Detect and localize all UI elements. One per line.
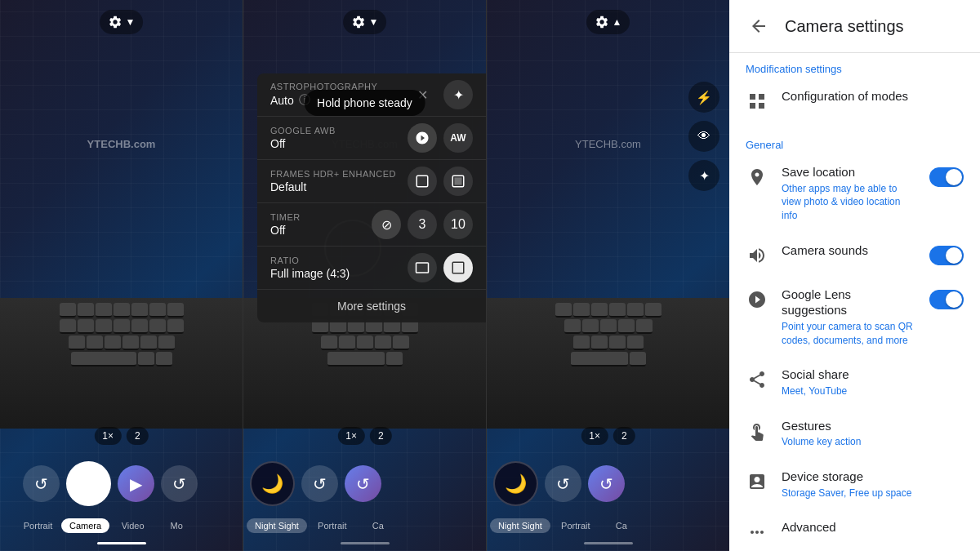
social-share-title: Social share (782, 367, 964, 383)
location-icon (746, 166, 768, 189)
social-share-subtitle: Meet, YouTube (782, 384, 964, 398)
label-camera-1[interactable]: Camera (61, 518, 109, 533)
config-modes-title: Configuration of modes (782, 88, 964, 104)
label-ca-3[interactable]: Ca (601, 521, 642, 531)
label-mo-1[interactable]: Mo (156, 521, 197, 531)
watermark-1: YTECHB.com (87, 138, 156, 150)
label-night-2[interactable]: Night Sight (247, 518, 307, 533)
more-settings-btn[interactable]: More settings (257, 290, 486, 322)
storage-icon (746, 470, 768, 493)
settings-btn-3[interactable]: ▲ (586, 10, 630, 34)
mode-icon-night-2[interactable]: 🌙 (250, 461, 295, 506)
awb-icon-2[interactable]: AW (443, 123, 473, 153)
zoom-2-3[interactable]: 2 (613, 427, 635, 445)
camera-panel-2: YTECHB.com Hold phone steady ▼ Astrophot… (243, 0, 487, 551)
label-night-3[interactable]: Night Sight (490, 518, 550, 533)
mode-icon-camera-1[interactable] (66, 461, 111, 506)
item-save-location[interactable]: Save location Other apps may be able to … (729, 154, 980, 233)
dropdown-awb-row: GOOGLE AWB Off AW (257, 117, 486, 160)
item-device-storage[interactable]: Device storage Storage Saver, Free up sp… (729, 459, 980, 509)
dropdown-ratio-row: Ratio Full image (4:3) (257, 247, 486, 290)
dropdown-timer-row: Timer Off ⊘ 3 10 (257, 203, 486, 247)
mode-icon-ca-2[interactable]: ↺ (345, 465, 381, 502)
cam-icon-flash-3[interactable]: ⚡ (688, 82, 719, 113)
zoom-1x-1[interactable]: 1× (94, 427, 122, 445)
mode-icon-night-3[interactable]: 🌙 (493, 461, 538, 506)
gestures-icon (746, 420, 768, 442)
zoom-1[interactable]: 1× 2 (94, 427, 148, 445)
svg-rect-4 (452, 262, 464, 273)
ratio-icon-1[interactable] (408, 253, 437, 282)
camera-sounds-title: Camera sounds (782, 242, 916, 259)
timer-icon-3[interactable]: 10 (443, 210, 473, 239)
frames-label: Frames HDR+ Enhanced (270, 169, 408, 179)
astro-icon-2[interactable]: ✦ (443, 80, 473, 109)
zoom-2-1[interactable]: 2 (127, 427, 149, 445)
label-video-1[interactable]: Video (114, 521, 151, 531)
cam-icon-star-3[interactable]: ✦ (688, 160, 719, 191)
frames-icon-1[interactable] (408, 167, 437, 196)
google-lens-toggle[interactable] (929, 290, 964, 309)
mode-icon-portrait-3[interactable]: ↺ (545, 465, 581, 502)
camera-panel-1: YTECHB.com ▼ 1× 2 ↺ ▶ ↺ (0, 0, 243, 551)
advanced-title: Advanced (782, 519, 964, 535)
astro-value: Auto (270, 94, 294, 107)
ratio-icon-2[interactable] (443, 253, 473, 282)
mode-icon-ca-3[interactable]: ↺ (588, 465, 625, 502)
zoom-2-2[interactable]: 2 (370, 427, 392, 445)
gestures-subtitle: Volume key action (782, 435, 964, 449)
section-general: General (729, 129, 980, 154)
mode-icon-video-1[interactable]: ▶ (118, 465, 154, 502)
camera-sounds-toggle[interactable] (929, 246, 964, 265)
zoom-1x-3[interactable]: 1× (581, 427, 608, 445)
mode-icon-portrait-1[interactable]: ↺ (23, 465, 60, 502)
zoom-1x-2[interactable]: 1× (337, 427, 365, 445)
dots-icon (746, 521, 768, 544)
camera-panels: YTECHB.com ▼ 1× 2 ↺ ▶ ↺ (0, 0, 729, 551)
watermark-3: YTECHB.com (575, 138, 641, 150)
zoom-2[interactable]: 1× 2 (337, 427, 391, 445)
timer-icon-2[interactable]: 3 (408, 210, 437, 239)
item-config-modes[interactable]: Configuration of modes (729, 78, 980, 122)
label-ca-2[interactable]: Ca (358, 521, 399, 531)
awb-value: Off (270, 137, 408, 150)
timer-value: Off (270, 224, 372, 237)
camera-panel-3: YTECHB.com ▲ ⚡ 👁 ✦ 1× 2 (487, 0, 729, 551)
section-modification: Modification settings (729, 53, 980, 78)
settings-title: Camera settings (785, 17, 904, 36)
save-location-subtitle: Other apps may be able to view photo & v… (782, 182, 916, 223)
save-location-title: Save location (782, 164, 916, 180)
label-portrait-2[interactable]: Portrait (312, 521, 353, 531)
zoom-3[interactable]: 1× 2 (581, 427, 635, 445)
awb-label: GOOGLE AWB (270, 126, 408, 136)
google-lens-title: Google Lens suggestions (782, 287, 916, 318)
item-gestures[interactable]: Gestures Volume key action (729, 408, 980, 459)
cam-icon-eye-3[interactable]: 👁 (688, 121, 719, 152)
mode-icon-more-1[interactable]: ↺ (161, 465, 198, 502)
item-social-share[interactable]: Social share Meet, YouTube (729, 357, 980, 407)
label-portrait-3[interactable]: Portrait (555, 521, 596, 531)
share-icon (746, 368, 768, 391)
device-storage-subtitle: Storage Saver, Free up space (782, 487, 964, 500)
settings-btn-1[interactable]: ▼ (100, 10, 144, 34)
settings-panel: Camera settings Modification settings Co… (729, 0, 980, 551)
item-google-lens[interactable]: Google Lens suggestions Point your camer… (729, 277, 980, 358)
mode-icon-portrait-2[interactable]: ↺ (301, 465, 338, 502)
label-portrait-1[interactable]: Portrait (20, 521, 56, 531)
frames-icon-2[interactable] (443, 167, 473, 196)
dropdown-frames-row: Frames HDR+ Enhanced Default (257, 160, 486, 203)
lens-icon (746, 288, 768, 311)
item-camera-sounds[interactable]: Camera sounds (729, 233, 980, 277)
grid-icon (746, 90, 768, 113)
timer-label: Timer (270, 212, 372, 222)
save-location-toggle[interactable] (929, 167, 964, 187)
ratio-value: Full image (4:3) (270, 267, 408, 280)
item-advanced[interactable]: Advanced (729, 509, 980, 551)
settings-btn-2[interactable]: ▼ (343, 10, 387, 34)
awb-icon-1[interactable] (408, 123, 437, 153)
timer-icon-1[interactable]: ⊘ (372, 210, 401, 239)
svg-rect-2 (455, 178, 462, 185)
progress-bar-1 (97, 542, 146, 544)
camera-area: YTECHB.com ▼ 1× 2 ↺ ▶ ↺ (0, 0, 729, 551)
back-button[interactable] (746, 13, 772, 39)
